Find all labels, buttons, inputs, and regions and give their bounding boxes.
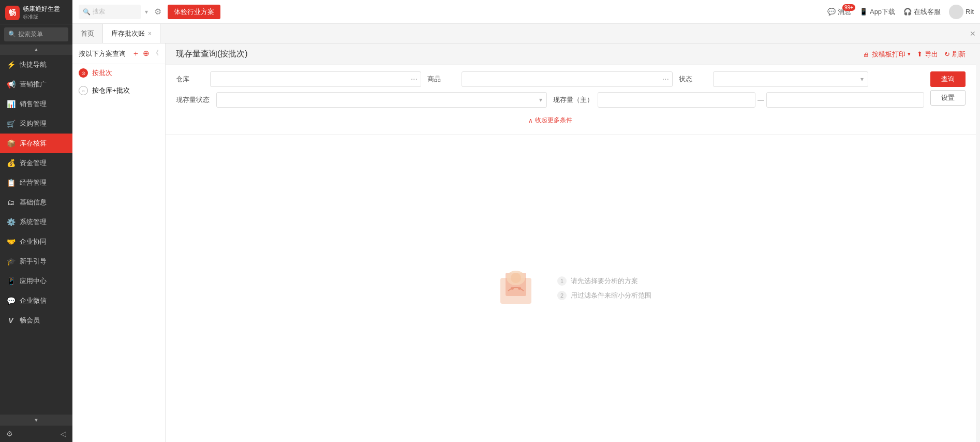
sidebar-item-label: 营销推广 xyxy=(20,80,47,89)
right-panel: 现存量查询(按批次) 🖨 按模板打印 ▾ ⬆ 导出 ↻ 刷新 xyxy=(166,43,976,442)
empty-step-1: 1 请先选择要分析的方案 xyxy=(557,276,651,286)
collapse-panel-icon[interactable]: 《 xyxy=(153,49,159,58)
page-header-actions: 🖨 按模板打印 ▾ ⬆ 导出 ↻ 刷新 xyxy=(863,50,966,59)
stock-status-select[interactable]: ▾ xyxy=(216,92,547,108)
query-button[interactable]: 查询 xyxy=(930,71,966,87)
action-buttons: 查询 设置 xyxy=(930,71,966,106)
sales-icon: 📊 xyxy=(6,99,16,109)
sidebar-subtitle: 标准版 xyxy=(23,13,60,21)
sidebar-item-marketing[interactable]: 📢 营销推广 xyxy=(0,75,72,94)
member-icon: V xyxy=(6,316,16,325)
stock-amount-to[interactable] xyxy=(766,92,924,108)
tab-close-icon[interactable]: × xyxy=(148,30,152,37)
sidebar-item-purchase[interactable]: 🛒 采购管理 xyxy=(0,114,72,134)
refresh-icon: ↻ xyxy=(944,50,950,58)
print-icon: 🖨 xyxy=(863,50,870,58)
basic-icon: 🗂 xyxy=(6,198,16,207)
sidebar-item-newbie[interactable]: 🎓 新手引导 xyxy=(0,252,72,271)
sidebar-item-weixin[interactable]: 💬 企业微信 xyxy=(0,291,72,311)
chevron-up-icon: ∧ xyxy=(528,117,533,124)
sidebar-item-system[interactable]: ⚙️ 系统管理 xyxy=(0,212,72,232)
system-icon: ⚙️ xyxy=(6,217,16,227)
collapse-label: 收起更多条件 xyxy=(535,116,572,125)
export-action[interactable]: ⬆ 导出 xyxy=(917,50,938,59)
stock-status-label: 现存量状态 xyxy=(176,95,213,105)
tab-panel-close-icon[interactable]: ✕ xyxy=(970,30,976,38)
add-plan-icon[interactable]: ＋ xyxy=(132,49,140,58)
sidebar-item-finance[interactable]: 💰 资金管理 xyxy=(0,153,72,173)
purchase-icon: 🛒 xyxy=(6,119,16,128)
inventory-icon: 📦 xyxy=(6,139,16,148)
messages-action[interactable]: 💬 消息 99+ xyxy=(827,7,851,17)
collapse-filter-row[interactable]: ∧ 收起更多条件 xyxy=(176,113,924,128)
sidebar-item-quicknav[interactable]: ⚡ 快捷导航 xyxy=(0,55,72,75)
plan-item-by-warehouse-batch[interactable]: ○ 按仓库+批次 xyxy=(72,82,165,99)
plan-inactive-icon: ○ xyxy=(79,86,88,95)
sidebar-logo: 畅 xyxy=(5,6,20,20)
app-download-action[interactable]: 📱 App下载 xyxy=(859,7,895,17)
stock-amount-from[interactable] xyxy=(598,92,755,108)
status-select[interactable]: ▾ xyxy=(713,71,868,87)
topbar-search-text: 搜索 xyxy=(93,7,105,16)
trial-button[interactable]: 体验行业方案 xyxy=(168,5,220,19)
left-panel-header: 按以下方案查询 ＋ ⊕ 《 xyxy=(72,43,165,64)
sidebar-item-label: 畅会员 xyxy=(20,316,40,325)
right-scrollbar[interactable] xyxy=(976,43,980,442)
topbar-gear-icon[interactable]: ⚙ xyxy=(152,5,164,19)
sidebar-item-label: 快捷导航 xyxy=(20,60,47,69)
svg-point-3 xyxy=(511,273,521,283)
stock-status-arrow: ▾ xyxy=(539,96,542,104)
sidebar-scroll-up[interactable]: ▲ xyxy=(0,45,72,55)
avatar xyxy=(949,5,963,19)
plan-settings-icon[interactable]: ⊕ xyxy=(143,49,150,58)
sidebar-item-member[interactable]: V 畅会员 xyxy=(0,311,72,330)
product-dots: ··· xyxy=(662,75,669,84)
left-panel: 按以下方案查询 ＋ ⊕ 《 ⊙ 按批次 ○ 按仓库+批次 xyxy=(72,43,166,442)
warehouse-dots: ··· xyxy=(411,75,418,84)
sidebar-item-operations[interactable]: 📋 经营管理 xyxy=(0,173,72,193)
sidebar: 畅 畅康通好生意 标准版 🔍 搜索菜单 ▲ ⚡ 快捷导航 📢 营销推广 📊 销售… xyxy=(0,0,72,442)
sidebar-search[interactable]: 🔍 搜索菜单 xyxy=(4,27,68,41)
sidebar-item-sales[interactable]: 📊 销售管理 xyxy=(0,94,72,114)
stock-status-field: 现存量状态 ▾ xyxy=(176,92,547,108)
app-download-icon: 📱 xyxy=(859,8,868,16)
filter-fields: 仓库 ··· 商品 ··· xyxy=(176,71,924,128)
online-service-label: 在线客服 xyxy=(914,7,941,17)
sidebar-footer: ⚙ ◁ xyxy=(0,425,72,442)
user-action[interactable]: Rit xyxy=(949,5,974,19)
topbar-search[interactable]: 🔍 搜索 xyxy=(79,5,141,19)
tab-inventory-batch[interactable]: 库存批次账 × xyxy=(103,24,160,43)
sidebar-item-enterprise[interactable]: 🤝 企业协同 xyxy=(0,232,72,252)
export-icon: ⬆ xyxy=(917,50,923,58)
print-action[interactable]: 🖨 按模板打印 ▾ xyxy=(863,50,911,59)
tab-home-label: 首页 xyxy=(81,29,94,38)
settings-icon[interactable]: ⚙ xyxy=(6,430,13,438)
sidebar-item-apps[interactable]: 📱 应用中心 xyxy=(0,271,72,291)
sidebar-item-label: 系统管理 xyxy=(20,217,47,227)
online-service-action[interactable]: 🎧 在线客服 xyxy=(903,7,941,17)
print-label: 按模板打印 xyxy=(872,50,905,59)
filter-row-1: 仓库 ··· 商品 ··· xyxy=(176,71,924,87)
sidebar-item-label: 基础信息 xyxy=(20,198,47,207)
collapse-sidebar-icon[interactable]: ◁ xyxy=(61,430,66,438)
headset-icon: 🎧 xyxy=(903,8,912,16)
topbar-dropdown-icon[interactable]: ▾ xyxy=(145,8,148,16)
warehouse-input[interactable]: ··· xyxy=(210,71,421,87)
plan-item-by-batch[interactable]: ⊙ 按批次 xyxy=(72,64,165,82)
sidebar-scroll-down[interactable]: ▼ xyxy=(0,415,72,425)
stock-amount-field: 现存量（主） — xyxy=(553,92,924,108)
refresh-action[interactable]: ↻ 刷新 xyxy=(944,50,966,59)
weixin-icon: 💬 xyxy=(6,296,16,305)
status-label: 状态 xyxy=(679,75,710,84)
print-dropdown-icon[interactable]: ▾ xyxy=(908,51,911,57)
sidebar-item-inventory[interactable]: 📦 库存核算 xyxy=(0,134,72,153)
export-label: 导出 xyxy=(925,50,938,59)
messages-icon: 💬 xyxy=(827,8,836,16)
sidebar-item-basic[interactable]: 🗂 基础信息 xyxy=(0,193,72,212)
settings-button[interactable]: 设置 xyxy=(930,90,966,106)
sidebar-item-label: 新手引导 xyxy=(20,257,47,266)
tab-home[interactable]: 首页 xyxy=(72,24,103,43)
product-input[interactable]: ··· xyxy=(462,71,673,87)
newbie-icon: 🎓 xyxy=(6,257,16,266)
sidebar-item-label: 应用中心 xyxy=(20,276,47,286)
